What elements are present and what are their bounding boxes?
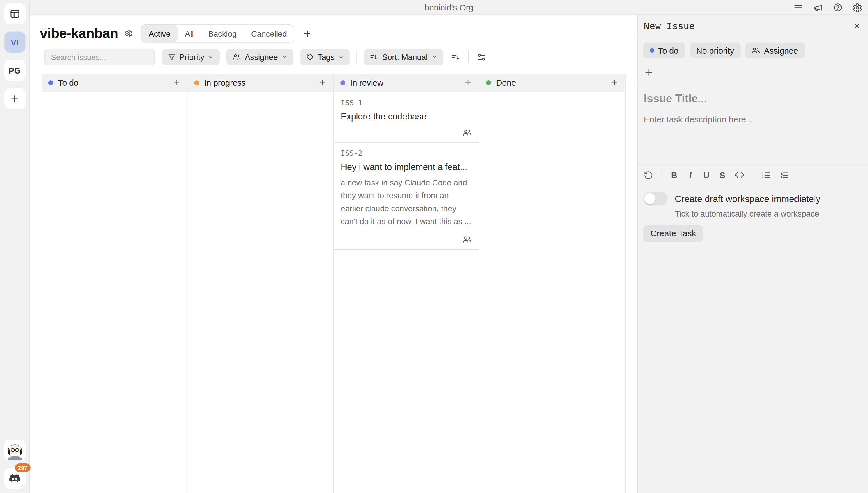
numbered-list-icon <box>779 170 789 180</box>
avatar-illustration <box>4 440 25 460</box>
status-dot <box>650 48 654 52</box>
assignee-filter-button[interactable]: Assignee <box>226 49 293 65</box>
tags-filter-button[interactable]: Tags <box>300 49 350 65</box>
page-title: vibe-kanban <box>40 26 118 42</box>
column-name: To do <box>58 78 79 87</box>
priority-chip[interactable]: No priority <box>690 43 741 58</box>
add-workspace-button[interactable] <box>4 88 25 109</box>
draft-workspace-toggle-label: Create draft workspace immediately <box>675 194 820 204</box>
sort-descending-icon <box>451 52 460 62</box>
draft-workspace-toggle-row: Create draft workspace immediately <box>643 192 861 206</box>
column-in-review: In review ISS-1 Explore the codebase ISS… <box>333 73 479 493</box>
underline-button[interactable]: U <box>702 170 711 180</box>
column-name: Done <box>496 78 516 87</box>
tab-active[interactable]: Active <box>142 25 178 42</box>
column-header: Done <box>480 73 625 92</box>
announcements-button[interactable] <box>812 1 824 14</box>
workspace-pg-button[interactable]: PG <box>4 60 25 81</box>
add-view-button[interactable] <box>302 28 312 38</box>
column-header: In progress <box>188 73 333 92</box>
settings-button[interactable] <box>851 1 864 14</box>
tags-filter-label: Tags <box>318 52 334 61</box>
bold-button[interactable]: B <box>670 170 678 180</box>
column-name: In progress <box>204 78 246 87</box>
status-chip[interactable]: To do <box>643 43 685 58</box>
issue-title-input[interactable]: Issue Title... <box>644 92 861 105</box>
plus-icon <box>644 67 654 77</box>
issue-property-chips: To do No priority Assignee <box>638 37 868 63</box>
status-dot <box>486 80 491 85</box>
topbar-actions <box>792 0 864 15</box>
menu-button[interactable] <box>792 1 804 14</box>
sort-label: Sort: Manual <box>382 52 428 61</box>
close-panel-button[interactable] <box>852 21 861 30</box>
undo-button[interactable] <box>644 170 653 180</box>
divider <box>357 51 357 63</box>
draft-workspace-toggle-hint: Tick to automatically create a workspace <box>675 209 861 218</box>
assignee-chip-label: Assignee <box>764 46 798 55</box>
project-settings-button[interactable] <box>125 29 133 38</box>
help-button[interactable] <box>832 2 844 13</box>
draft-workspace-toggle[interactable] <box>643 192 668 206</box>
issue-description-input[interactable]: Enter task description here... <box>644 114 861 164</box>
issue-description: a new task in say Claude Code and they w… <box>341 176 472 229</box>
column-done: Done <box>480 73 626 493</box>
megaphone-icon <box>813 3 823 13</box>
status-dot <box>48 80 53 85</box>
gear-icon <box>852 3 863 13</box>
issue-id: ISS-1 <box>341 99 472 107</box>
sort-order-button[interactable] <box>450 51 462 63</box>
org-title: benioid's Org <box>425 3 473 12</box>
sort-button[interactable]: Sort: Manual <box>364 49 443 65</box>
plus-icon <box>464 79 472 87</box>
card-footer <box>341 235 472 244</box>
strikethrough-button[interactable]: S <box>719 170 726 180</box>
discord-notification-badge: 297 <box>15 463 30 472</box>
italic-button[interactable]: I <box>686 170 694 180</box>
main-content: vibe-kanban Active All Backlog Cancelled… <box>30 15 636 493</box>
workspace-vi-button[interactable]: VI <box>4 32 25 52</box>
sidebar: VI PG <box>0 0 30 493</box>
add-property-button[interactable] <box>644 67 654 77</box>
assignee-filter-label: Assignee <box>245 52 278 61</box>
status-dot <box>194 80 199 85</box>
funnel-icon <box>168 53 176 61</box>
discord-icon <box>8 472 21 485</box>
project-title-row: vibe-kanban Active All Backlog Cancelled <box>40 24 312 43</box>
tab-all[interactable]: All <box>178 25 201 42</box>
code-button[interactable] <box>735 170 744 180</box>
discord-button[interactable]: 297 <box>4 468 25 489</box>
status-chip-label: To do <box>658 46 678 55</box>
bullet-list-button[interactable] <box>762 170 771 180</box>
display-options-button[interactable] <box>475 51 487 63</box>
projects-home-button[interactable] <box>4 3 25 24</box>
chevron-down-icon <box>338 55 344 60</box>
workspace-vi-label: VI <box>11 38 19 47</box>
add-card-button[interactable] <box>464 79 472 87</box>
add-card-button[interactable] <box>172 79 180 87</box>
column-header: In review <box>333 73 479 92</box>
assignee-chip[interactable]: Assignee <box>745 43 805 58</box>
plus-icon <box>610 79 619 87</box>
help-icon <box>833 3 842 12</box>
close-icon <box>852 21 861 30</box>
numbered-list-button[interactable] <box>779 170 789 180</box>
chevron-down-icon <box>432 55 437 60</box>
undo-icon <box>644 170 653 180</box>
column-name: In review <box>350 78 383 87</box>
issue-card[interactable]: ISS-1 Explore the codebase <box>333 92 479 143</box>
add-card-button[interactable] <box>318 79 326 87</box>
issue-title: Hey i want to implement a feat... <box>341 162 472 172</box>
panel-header: New Issue <box>638 15 868 36</box>
layout-panel-icon <box>9 8 20 20</box>
tab-cancelled[interactable]: Cancelled <box>244 25 294 42</box>
add-card-button[interactable] <box>610 79 619 87</box>
search-input[interactable] <box>44 49 155 65</box>
priority-filter-button[interactable]: Priority <box>161 49 220 65</box>
user-avatar[interactable] <box>4 440 25 460</box>
create-task-button[interactable]: Create Task <box>643 225 703 242</box>
divider <box>468 51 469 63</box>
tab-backlog[interactable]: Backlog <box>201 25 244 42</box>
issue-card[interactable]: ISS-2 Hey i want to implement a feat... … <box>333 143 479 250</box>
plus-icon <box>318 79 326 87</box>
